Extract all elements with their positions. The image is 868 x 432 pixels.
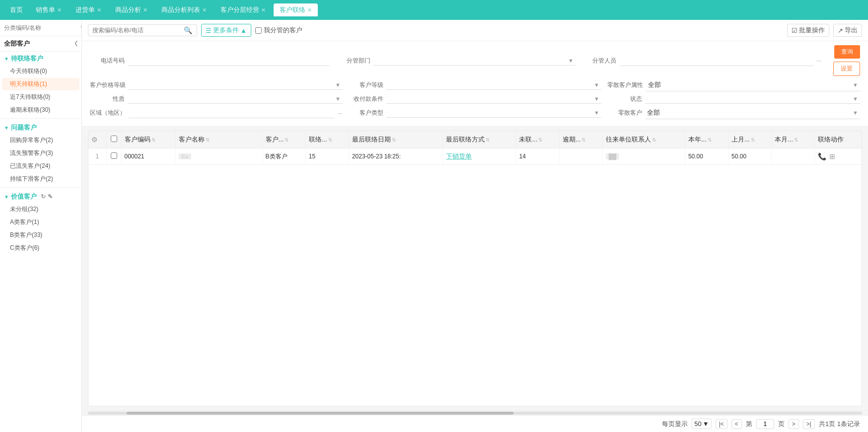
sidebar-search-area: 🔍 (0, 20, 81, 36)
filter-input-phone[interactable] (128, 56, 330, 66)
sort-icon[interactable]: ⇅ (151, 137, 155, 143)
row-checkbox[interactable] (111, 152, 117, 159)
sidebar-item-class-c[interactable]: C类客户(6) (2, 242, 79, 254)
sort-icon[interactable]: ⇅ (708, 137, 712, 143)
filter-input-region[interactable] (129, 108, 335, 118)
close-icon[interactable]: ✕ (202, 7, 207, 13)
th-last-month: 上月...⇅ (728, 131, 772, 148)
filter-customer-level: 客户等级 ▼ (349, 80, 607, 90)
page-input[interactable] (756, 419, 774, 429)
sidebar-group-value: ▼ 价值客户 ↻ ✎ (0, 190, 81, 203)
prev-page-btn[interactable]: < (731, 419, 742, 429)
filter-status: 状态 ▼ (607, 94, 860, 104)
scrollbar-thumb[interactable] (127, 412, 514, 415)
query-button[interactable]: 查询 (834, 45, 860, 59)
filter-region: 区域（地区） ··· (90, 108, 349, 118)
filter-more-btn[interactable]: ☰ 更多条件 ▲ (201, 24, 251, 37)
sort-icon[interactable]: ⇅ (206, 137, 210, 143)
grid-icon[interactable]: ⊞ (829, 152, 835, 160)
sidebar-item-churned[interactable]: 已流失客户(24) (2, 160, 79, 172)
sidebar-item-overdue[interactable]: 逾期未联络(30) (2, 104, 79, 116)
my-customers-checkbox[interactable]: 我分管的客户 (255, 26, 302, 35)
sort-icon[interactable]: ⇅ (751, 137, 755, 143)
search-input-wrap: 🔍 (88, 24, 197, 36)
row-contact-count: 15 (305, 148, 349, 165)
sidebar-group-problem: ▼ 问题客户 (0, 121, 81, 134)
close-icon[interactable]: ✕ (261, 7, 266, 13)
close-icon[interactable]: ✕ (57, 7, 62, 13)
phone-icon[interactable]: 📞 (818, 152, 826, 160)
next-page-btn[interactable]: > (789, 419, 799, 429)
sidebar-item-churn-warning[interactable]: 流失预警客户(3) (2, 147, 79, 159)
sidebar-item-class-b[interactable]: B类客户(33) (2, 229, 79, 241)
sort-icon[interactable]: ⇅ (794, 137, 798, 143)
search-input[interactable] (92, 27, 182, 34)
ellipsis-icon[interactable]: ··· (816, 57, 821, 64)
sidebar-item-tomorrow[interactable]: 明天待联络(1) (2, 78, 79, 90)
filter-select-dept[interactable]: ▼ (373, 56, 576, 66)
sidebar-item-repurchase-abnormal[interactable]: 回购异常客户(2) (2, 134, 79, 146)
sort-icon[interactable]: ⇅ (538, 137, 542, 143)
export-btn[interactable]: ↗ 导出 (833, 24, 862, 37)
nav-tab-sales[interactable]: 销售单 ✕ (30, 3, 68, 16)
filter-label-phone: 电话号码 (90, 57, 125, 65)
sort-icon[interactable]: ⇅ (328, 137, 332, 143)
page-unit: 页 (778, 420, 785, 429)
sidebar-item-ungrouped[interactable]: 未分组(32) (2, 203, 79, 216)
sidebar-search-input[interactable] (4, 24, 78, 31)
close-icon[interactable]: ✕ (97, 7, 101, 13)
filter-select-payment[interactable]: ▼ (386, 94, 601, 104)
gear-icon[interactable]: ⚙ (91, 136, 98, 144)
filter-select-nature[interactable]: ▼ (128, 94, 343, 104)
filter-label-retail-customer: 零散客户 (607, 109, 642, 117)
last-page-btn[interactable]: >| (803, 419, 815, 429)
row-num: 1 (88, 148, 106, 165)
close-icon[interactable]: ✕ (143, 7, 147, 13)
horizontal-scrollbar[interactable] (82, 410, 868, 415)
filter-select-price-level[interactable]: ▼ (129, 80, 343, 90)
sort-icon[interactable]: ⇅ (486, 137, 490, 143)
filter-nature: 性质 ▼ (90, 94, 349, 104)
sidebar-item-today[interactable]: 今天待联络(0) (2, 65, 79, 77)
triangle-icon: ▼ (4, 125, 9, 131)
refresh-icon[interactable]: ↻ (41, 193, 46, 200)
sort-icon[interactable]: ⇅ (652, 137, 656, 143)
sidebar-item-7days[interactable]: 近7天待联络(0) (2, 91, 79, 103)
first-page-btn[interactable]: |< (716, 419, 727, 429)
sidebar-item-class-a[interactable]: A类客户(1) (2, 216, 79, 228)
filter-select-customer-type[interactable]: ▼ (386, 108, 601, 118)
sort-icon[interactable]: ⇅ (581, 137, 585, 143)
close-icon[interactable]: ✕ (307, 7, 312, 13)
nav-tab-product-analysis-list[interactable]: 商品分析列表 ✕ (155, 3, 213, 16)
table-wrap: ⚙ 客户编码⇅ 客户名称⇅ 客户...⇅ (88, 131, 862, 406)
search-icon[interactable]: 🔍 (184, 26, 192, 34)
settings-button[interactable]: 设置 (833, 62, 860, 76)
nav-tab-customer-contact[interactable]: 客户联络 ✕ (274, 3, 318, 16)
nav-home[interactable]: 首页 (5, 3, 28, 16)
nav-tab-purchase[interactable]: 进货单 ✕ (70, 3, 107, 16)
ellipsis-icon[interactable]: ··· (338, 110, 343, 117)
sort-icon[interactable]: ⇅ (285, 137, 289, 143)
filter-phone: 电话号码 (90, 56, 336, 66)
nav-tab-product-analysis[interactable]: 商品分析 ✕ (109, 3, 153, 16)
filter-input-person[interactable] (619, 56, 813, 66)
select-all-checkbox[interactable] (111, 136, 117, 142)
contact-method-link[interactable]: 下销货单 (446, 152, 472, 160)
per-page-select[interactable]: 50 ▼ (692, 419, 711, 429)
row-level: B类客户 (262, 148, 305, 165)
sidebar-item-declining[interactable]: 持续下滑客户(2) (2, 173, 79, 185)
my-customers-check[interactable] (255, 27, 262, 34)
batch-op-btn[interactable]: ☑ 批量操作 (787, 24, 829, 37)
filter-select-customer-level[interactable]: ▼ (386, 80, 601, 90)
filter-label-customer-level: 客户等级 (349, 81, 383, 89)
filter-select-retail-attr[interactable]: 全部 ▼ (646, 79, 860, 91)
filter-select-status[interactable]: ▼ (645, 94, 860, 104)
edit-icon[interactable]: ✎ (48, 193, 53, 200)
filter-select-retail-customer[interactable]: 全部 ▼ (645, 107, 860, 119)
filter-label-payment: 收付款条件 (349, 95, 383, 103)
content-area: 🔍 ☰ 更多条件 ▲ 我分管的客户 ☑ 批量操作 ↗ 导出 (82, 20, 868, 432)
sort-icon[interactable]: ⇅ (392, 137, 396, 143)
sidebar-all-customers[interactable]: 全部客户 《 (0, 36, 81, 52)
th-last-contact-method: 最后联络方式⇅ (443, 131, 516, 148)
nav-tab-customer-segment[interactable]: 客户分层经营 ✕ (215, 3, 272, 16)
